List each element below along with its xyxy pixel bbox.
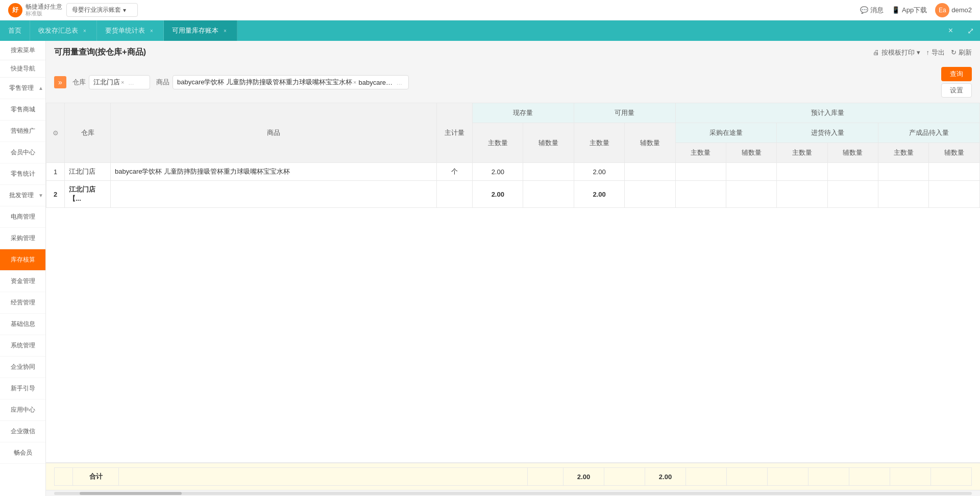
warehouse-dots[interactable]: ... xyxy=(126,79,136,86)
sidebar-item-new-guide[interactable]: 新手引导 xyxy=(0,378,45,399)
sidebar-search[interactable]: 搜索菜单 xyxy=(0,41,45,60)
row1-unit: 个 xyxy=(437,163,473,181)
tab-order-stats-close[interactable]: × xyxy=(148,27,155,34)
settings-icon[interactable]: ⚙ xyxy=(53,129,59,137)
row2-ip-aux xyxy=(827,181,878,208)
row2-pp-main xyxy=(878,181,929,208)
export-icon: ↑ xyxy=(926,49,930,56)
industry-selector[interactable]: 母婴行业演示账套 ▾ xyxy=(66,3,138,17)
sidebar-item-retail-stats[interactable]: 零售统计 xyxy=(0,163,45,185)
tab-available-stock[interactable]: 可用量库存账本 × xyxy=(164,20,237,41)
row2-index: 2 xyxy=(46,181,65,208)
col-ip-aux: 辅数量 xyxy=(827,143,878,163)
row1-warehouse: 江北门店 xyxy=(65,163,111,181)
sidebar-item-member-center[interactable]: 会员中心 xyxy=(0,142,45,163)
tab-home[interactable]: 首页 xyxy=(0,20,30,41)
sidebar-item-basic-info[interactable]: 基础信息 xyxy=(0,314,45,335)
row2-current-aux xyxy=(523,181,574,208)
warehouse-input[interactable]: 江北门店 × ... xyxy=(89,75,150,89)
col-available-aux: 辅数量 xyxy=(625,123,675,163)
footer-current-main: 2.00 xyxy=(564,468,604,486)
product-label: 商品 xyxy=(156,78,169,87)
sidebar: 搜索菜单 快捷导航 零售管理 ▲ 零售商城 营销推广 会员中心 零售统计 批发管… xyxy=(0,41,46,496)
refresh-icon: ↻ xyxy=(951,49,957,56)
row1-ip-aux xyxy=(827,163,878,181)
sidebar-item-purchase-mgmt[interactable]: 采购管理 xyxy=(0,228,45,249)
app-download-action[interactable]: 📱 App下载 xyxy=(892,6,927,15)
tab-order-stats[interactable]: 要货单统计表 × xyxy=(97,20,164,41)
filter-area: » 仓库 江北门店 × ... 商品 babycare学饮杯 儿童防摔防撞吸管杯… xyxy=(46,62,980,103)
table-row: 2 江北门店【... 2.00 2.00 xyxy=(46,181,980,208)
bottom-scrollbar[interactable] xyxy=(46,490,980,496)
product-input[interactable]: babycare学饮杯 儿童防摔防撞吸管杯重力球吸嘴杯宝宝水杯 × babyca… xyxy=(173,75,409,89)
tab-available-stock-close[interactable]: × xyxy=(222,27,229,34)
product-tag1: babycare学饮杯 儿童防摔防撞吸管杯重力球吸嘴杯宝宝水杯 × xyxy=(177,78,357,87)
logo-area: 好 畅捷通好生意 标准版 xyxy=(8,3,62,17)
row2-pt-main xyxy=(675,181,726,208)
sidebar-item-ecom-mgmt[interactable]: 电商管理 xyxy=(0,206,45,228)
page-actions: 🖨 按模板打印 ▾ ↑ 导出 ↻ 刷新 xyxy=(873,48,972,57)
export-btn[interactable]: ↑ 导出 xyxy=(926,48,945,57)
settings-button[interactable]: 设置 xyxy=(941,83,972,98)
expand-window[interactable]: ⤢ xyxy=(961,20,980,41)
sidebar-item-marketing[interactable]: 营销推广 xyxy=(0,121,45,142)
product-tag1-remove[interactable]: × xyxy=(353,79,356,85)
row2-available-main: 2.00 xyxy=(574,181,624,208)
sidebar-item-app-center[interactable]: 应用中心 xyxy=(0,399,45,421)
avatar: Ea xyxy=(935,3,949,17)
message-action[interactable]: 💬 消息 xyxy=(860,6,884,15)
page-title: 可用量查询(按仓库+商品) xyxy=(54,47,146,58)
sidebar-item-member-vip[interactable]: 畅会员 xyxy=(0,442,45,464)
content-area: 可用量查询(按仓库+商品) 🖨 按模板打印 ▾ ↑ 导出 ↻ 刷新 xyxy=(46,41,980,496)
row2-unit xyxy=(437,181,473,208)
col-product: 商品 xyxy=(111,103,437,163)
col-available-main: 主数量 xyxy=(574,123,624,163)
col-ip-main: 主数量 xyxy=(777,143,827,163)
table-footer: 合计 2.00 2.00 xyxy=(46,462,980,490)
col-incoming-pending: 进货待入量 xyxy=(777,123,878,143)
sidebar-item-inventory[interactable]: 库存核算 xyxy=(0,249,45,271)
row1-available-aux xyxy=(625,163,675,181)
scrollbar-thumb[interactable] xyxy=(80,492,182,495)
warehouse-tag-remove[interactable]: × xyxy=(121,79,124,85)
row2-current-main: 2.00 xyxy=(473,181,523,208)
row1-product: babycare学饮杯 儿童防摔防撞吸管杯重力球吸嘴杯宝宝水杯 xyxy=(111,163,437,181)
data-table: ⚙ 仓库 商品 主计量 现存量 可用量 预计入库量 主数量 辅数量 主数量 辅数… xyxy=(46,103,980,208)
sidebar-item-retail-mgmt[interactable]: 零售管理 ▲ xyxy=(0,78,45,99)
sidebar-item-finance-mgmt[interactable]: 资金管理 xyxy=(0,271,45,292)
filter-expand-btn[interactable]: » xyxy=(54,76,66,88)
refresh-btn[interactable]: ↻ 刷新 xyxy=(951,48,972,57)
header-right: 💬 消息 📱 App下载 Ea demo2 xyxy=(860,3,972,17)
col-unit: 主计量 xyxy=(437,103,473,163)
col-pp-aux: 辅数量 xyxy=(929,143,980,163)
close-all-tabs[interactable]: × xyxy=(940,20,961,41)
user-profile[interactable]: Ea demo2 xyxy=(935,3,972,17)
col-pp-main: 主数量 xyxy=(878,143,929,163)
print-template-btn[interactable]: 🖨 按模板打印 ▾ xyxy=(873,48,920,57)
sidebar-item-wholesale-mgmt[interactable]: 批发管理 ▼ xyxy=(0,185,45,206)
col-purchase-transit: 采购在途量 xyxy=(675,123,777,143)
col-production-pending: 产成品待入量 xyxy=(878,123,980,143)
footer-available-main: 2.00 xyxy=(645,468,686,486)
sidebar-item-enterprise[interactable]: 企业协同 xyxy=(0,357,45,378)
product-dots[interactable]: ... xyxy=(395,79,404,86)
row1-pp-main xyxy=(878,163,929,181)
download-icon: 📱 xyxy=(892,6,900,14)
nav-tabs: 首页 收发存汇总表 × 要货单统计表 × 可用量库存账本 × × ⤢ xyxy=(0,20,980,41)
tab-receipts[interactable]: 收发存汇总表 × xyxy=(30,20,97,41)
tab-receipts-close[interactable]: × xyxy=(81,27,88,34)
sidebar-quick-nav[interactable]: 快捷导航 xyxy=(0,60,45,78)
col-current-aux: 辅数量 xyxy=(523,123,574,163)
sidebar-item-sys-mgmt[interactable]: 系统管理 xyxy=(0,335,45,357)
col-pt-aux: 辅数量 xyxy=(726,143,776,163)
query-button[interactable]: 查询 xyxy=(941,67,972,81)
logo-text: 畅捷通好生意 标准版 xyxy=(26,3,62,17)
row1-available-main: 2.00 xyxy=(574,163,624,181)
scrollbar-track xyxy=(54,492,972,495)
row1-pp-aux xyxy=(929,163,980,181)
row2-product xyxy=(111,181,437,208)
sidebar-item-retail-mall[interactable]: 零售商城 xyxy=(0,99,45,121)
sidebar-item-enterprise-wechat[interactable]: 企业微信 xyxy=(0,421,45,442)
sidebar-item-ops-mgmt[interactable]: 经营管理 xyxy=(0,292,45,314)
col-current-main: 主数量 xyxy=(473,123,523,163)
